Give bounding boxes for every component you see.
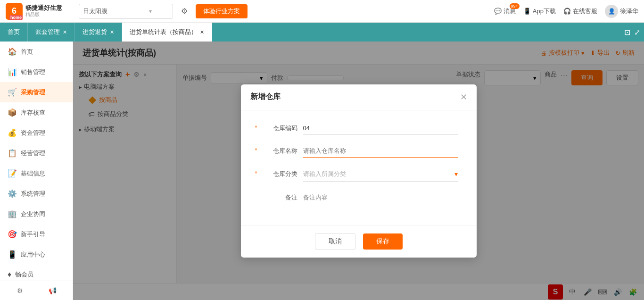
main-layout: 🏠 首页 📊 销售管理 🛒 采购管理 📦 库存核查 💰 资金管理 📋 经营管理 … xyxy=(0,42,644,300)
message-item[interactable]: 💬 消息 99+ xyxy=(494,7,516,16)
tab-purchase-stats[interactable]: 进货单统计表（按商品） ✕ xyxy=(122,23,212,42)
purchase-icon: 🛒 xyxy=(8,88,17,97)
sidebar: 🏠 首页 📊 销售管理 🛒 采购管理 📦 库存核查 💰 资金管理 📋 经营管理 … xyxy=(0,42,73,300)
sidebar-item-home[interactable]: 🏠 首页 xyxy=(0,42,73,62)
tab-purchase-return-close[interactable]: ✕ xyxy=(110,29,114,35)
warehouse-category-placeholder: 请输入所属分类 xyxy=(303,170,346,178)
trial-button[interactable]: 体验行业方案 xyxy=(196,4,248,18)
warehouse-name-input[interactable] xyxy=(303,144,458,158)
tab-expand-icon[interactable]: ⤢ xyxy=(634,28,640,37)
sidebar-item-finance[interactable]: 💰 资金管理 xyxy=(0,123,73,143)
warehouse-remark-input[interactable] xyxy=(303,191,458,204)
sales-icon: 📊 xyxy=(8,67,17,76)
sidebar-item-enterprise[interactable]: 🏢 企业协同 xyxy=(0,204,73,224)
sidebar-member-label: 畅会员 xyxy=(15,270,33,279)
enterprise-icon: 🏢 xyxy=(8,209,17,218)
user-profile-item[interactable]: 👤 徐泽华 xyxy=(605,5,638,18)
tab-home[interactable]: 首页 xyxy=(0,23,28,42)
sidebar-item-sales[interactable]: 📊 销售管理 xyxy=(0,62,73,82)
home-icon: 🏠 xyxy=(8,47,17,56)
sidebar-apps-label: 应用中心 xyxy=(21,250,45,259)
sidebar-item-apps[interactable]: 📱 应用中心 xyxy=(0,244,73,265)
logo-text-area: 畅捷通好生意 精品版 xyxy=(25,4,62,18)
sidebar-item-inventory[interactable]: 📦 库存核查 xyxy=(0,102,73,123)
sidebar-sales-label: 销售管理 xyxy=(21,68,45,76)
warehouse-category-row: 仓库分类 请输入所属分类 ▾ xyxy=(260,167,458,182)
tab-bar-right: ⊡ ⤢ xyxy=(620,23,644,42)
tab-restore-icon[interactable]: ⊡ xyxy=(624,28,630,37)
sidebar-inventory-label: 库存核查 xyxy=(21,108,45,117)
logo-icon: 6 home xyxy=(6,3,23,20)
system-icon: ⚙️ xyxy=(8,189,17,198)
tab-account-close[interactable]: ✕ xyxy=(63,29,67,35)
modal-overlay: 新增仓库 ✕ 仓库编码 仓库名称 仓库分类 请输入 xyxy=(73,42,644,300)
sidebar-item-operation[interactable]: 📋 经营管理 xyxy=(0,143,73,163)
sidebar-system-label: 系统管理 xyxy=(21,190,45,198)
online-service-label: 在线客服 xyxy=(573,7,597,16)
tab-purchase-return-label: 进货退货 xyxy=(83,28,107,36)
speaker-icon[interactable]: 📢 xyxy=(47,285,58,296)
search-dropdown-icon[interactable]: ▾ xyxy=(149,8,152,15)
username-label: 徐泽华 xyxy=(620,7,638,16)
sidebar-item-purchase[interactable]: 🛒 采购管理 xyxy=(0,82,73,102)
header-right-area: 💬 消息 99+ 📱 App下载 🎧 在线客服 👤 徐泽华 xyxy=(494,5,638,18)
operation-icon: 📋 xyxy=(8,149,17,158)
warehouse-category-label: 仓库分类 xyxy=(260,170,297,178)
tab-account-label: 账套管理 xyxy=(35,28,60,36)
content-area: 进货单统计(按商品) 🖨 按模板打印 ▾ ⬇ 导出 ↻ 刷新 xyxy=(73,42,644,300)
tab-purchase-return[interactable]: 进货退货 ✕ xyxy=(75,23,122,42)
newbie-icon: 🎯 xyxy=(8,230,17,239)
headset-icon: 🎧 xyxy=(563,8,571,15)
cancel-button[interactable]: 取消 xyxy=(315,233,355,250)
sidebar-basic-label: 基础信息 xyxy=(21,169,45,178)
settings-bottom-icon[interactable]: ⚙ xyxy=(15,285,26,296)
modal-footer: 取消 保存 xyxy=(241,225,477,258)
modal-close-button[interactable]: ✕ xyxy=(460,92,467,102)
tab-home-label: 首页 xyxy=(8,28,20,36)
apps-icon: 📱 xyxy=(8,250,17,259)
sidebar-enterprise-label: 企业协同 xyxy=(21,210,45,218)
search-input[interactable] xyxy=(83,8,149,15)
logo-sub-text: 精品版 xyxy=(25,11,62,18)
warehouse-category-select[interactable]: 请输入所属分类 ▾ xyxy=(303,167,458,182)
sidebar-finance-label: 资金管理 xyxy=(21,129,45,137)
sidebar-bottom: ⚙ 📢 xyxy=(0,281,73,300)
tab-purchase-stats-close[interactable]: ✕ xyxy=(200,29,204,35)
warehouse-code-row: 仓库编码 xyxy=(260,122,458,135)
modal-body: 仓库编码 仓库名称 仓库分类 请输入所属分类 ▾ xyxy=(241,110,477,225)
logo-badge: home xyxy=(9,15,23,20)
tab-account[interactable]: 账套管理 ✕ xyxy=(28,23,75,42)
top-header: 6 home 畅捷通好生意 精品版 ▾ ⚙ 体验行业方案 💬 消息 99+ 📱 … xyxy=(0,0,644,23)
sidebar-purchase-label: 采购管理 xyxy=(21,88,45,97)
online-service-item[interactable]: 🎧 在线客服 xyxy=(563,7,597,16)
basic-info-icon: 📝 xyxy=(8,169,17,178)
logo-main-text: 畅捷通好生意 xyxy=(25,4,62,12)
app-download-label: App下载 xyxy=(533,7,556,16)
sidebar-item-system[interactable]: ⚙️ 系统管理 xyxy=(0,183,73,204)
warehouse-remark-row: 备注 xyxy=(260,191,458,204)
member-icon: ♦ xyxy=(8,270,11,279)
mobile-icon: 📱 xyxy=(523,8,531,15)
tab-purchase-stats-label: 进货单统计表（按商品） xyxy=(130,28,197,36)
avatar: 👤 xyxy=(605,5,618,18)
finance-icon: 💰 xyxy=(8,128,17,137)
tab-bar: 首页 账套管理 ✕ 进货退货 ✕ 进货单统计表（按商品） ✕ ⊡ ⤢ xyxy=(0,23,644,42)
warehouse-name-label: 仓库名称 xyxy=(260,147,297,155)
warehouse-name-row: 仓库名称 xyxy=(260,144,458,158)
settings-gear-icon[interactable]: ⚙ xyxy=(177,4,192,19)
inventory-icon: 📦 xyxy=(8,108,17,117)
modal-title: 新增仓库 xyxy=(250,92,281,102)
warehouse-remark-label: 备注 xyxy=(260,193,297,202)
category-dropdown-icon: ▾ xyxy=(454,170,458,178)
logo-area: 6 home 畅捷通好生意 精品版 xyxy=(6,3,79,20)
app-download-item[interactable]: 📱 App下载 xyxy=(523,7,556,16)
sidebar-item-newbie[interactable]: 🎯 新手引导 xyxy=(0,224,73,244)
save-button[interactable]: 保存 xyxy=(363,233,403,250)
header-search-box[interactable]: ▾ xyxy=(79,4,173,19)
sidebar-item-basic[interactable]: 📝 基础信息 xyxy=(0,163,73,183)
modal-header: 新增仓库 ✕ xyxy=(241,84,477,110)
warehouse-code-input[interactable] xyxy=(303,122,458,135)
sidebar-newbie-label: 新手引导 xyxy=(21,230,45,239)
sidebar-operation-label: 经营管理 xyxy=(21,149,45,158)
message-badge: 99+ xyxy=(510,3,520,9)
